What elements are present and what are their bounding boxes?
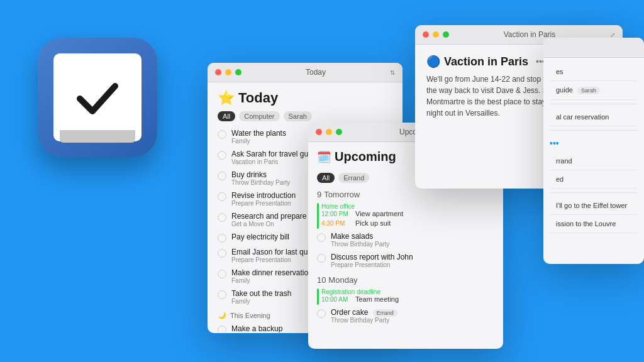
event-name: Team meeting	[355, 295, 399, 303]
task-checkbox[interactable]	[317, 309, 326, 318]
upcoming-filter-all[interactable]: All	[317, 173, 335, 183]
task-name: Water the plants	[231, 129, 286, 138]
event-bar-9	[317, 203, 319, 229]
task-checkbox[interactable]	[317, 233, 326, 242]
day-header-9: 9 Tomorrow	[317, 189, 494, 199]
paris-expand-icon[interactable]: ⤢	[610, 31, 615, 38]
view-apartment-event: 12:00 PM View apartment	[321, 210, 403, 217]
upcoming-close-button[interactable]	[316, 129, 322, 135]
task-name: Discuss report with John	[331, 253, 413, 261]
pick-up-suit-event: 4:30 PM Pick up suit	[321, 219, 403, 227]
checkmark-icon	[72, 72, 123, 123]
paris-icon: 🔵	[426, 55, 440, 69]
event-name: Pick up suit	[355, 219, 391, 227]
task-name: Order cake Errand	[331, 308, 397, 317]
paris-minimize-button[interactable]	[433, 31, 439, 38]
task-row: Make salads Throw Birthday Party	[317, 232, 494, 248]
upcoming-minimize-button[interactable]	[326, 129, 332, 135]
task-name: Ask Sarah for travel guide	[231, 150, 318, 158]
task-checkbox[interactable]	[218, 326, 226, 332]
task-checkbox[interactable]	[218, 213, 226, 222]
home-office-event: Home office	[321, 203, 403, 210]
day-section-10: 10 Monday Registration deadline 10:00 AM…	[317, 275, 494, 324]
partial-item: I'll go to the Eiffel tower	[550, 197, 638, 215]
upcoming-calendar-icon: 🗓️	[317, 150, 331, 164]
event-time: 12:00 PM	[321, 211, 353, 217]
task-sub: Family	[231, 277, 313, 284]
task-sub: Family	[231, 138, 286, 145]
event-time: 10:00 AM	[321, 296, 353, 303]
partial-item: ission to the Louvre	[550, 215, 638, 233]
close-button[interactable]	[215, 69, 221, 75]
task-name: Make salads	[331, 232, 389, 241]
partial-item: guide Sarah	[550, 81, 638, 100]
task-checkbox[interactable]	[218, 270, 226, 278]
task-name: Pay electricity bill	[231, 233, 289, 241]
partial-more-btn[interactable]: •••	[550, 134, 638, 152]
task-checkbox[interactable]	[218, 130, 226, 139]
task-checkbox[interactable]	[218, 249, 226, 258]
today-titlebar: Today ⇅	[208, 63, 402, 82]
task-sub: Throw Birthday Party	[331, 317, 397, 324]
sarah-tag: Sarah	[577, 87, 600, 94]
registration-event: Registration deadline	[321, 288, 399, 295]
team-meeting-event: 10:00 AM Team meeting	[321, 295, 399, 303]
partial-titlebar	[543, 38, 644, 58]
task-sub: Throw Birthday Party	[331, 241, 389, 248]
task-row: Discuss report with John Prepare Present…	[317, 253, 494, 268]
upcoming-fullscreen-button[interactable]	[336, 129, 342, 135]
day-section-9: 9 Tomorrow Home office 12:00 PM View apa…	[317, 189, 494, 268]
task-checkbox[interactable]	[218, 192, 226, 201]
partial-item: rrand	[550, 152, 638, 170]
partial-right-panel: es guide Sarah al car reservation ••• rr…	[543, 38, 644, 264]
task-name: Make a backup	[231, 324, 282, 332]
task-sub: Throw Birthday Party	[231, 179, 290, 186]
fullscreen-button[interactable]	[235, 69, 242, 75]
task-checkbox[interactable]	[218, 290, 226, 299]
task-checkbox[interactable]	[218, 151, 226, 160]
event-name: View apartment	[355, 210, 403, 217]
app-icon-inner	[53, 53, 142, 141]
task-checkbox[interactable]	[218, 172, 226, 180]
day-header-10: 10 Monday	[317, 275, 494, 285]
partial-item: ed	[550, 170, 638, 189]
divider	[550, 130, 638, 131]
minimize-button[interactable]	[225, 69, 231, 75]
upcoming-heading: 🗓️ Upcoming	[317, 150, 396, 164]
divider	[550, 104, 638, 104]
filter-computer[interactable]: Computer	[239, 111, 279, 121]
partial-item: al car reservation	[550, 108, 638, 126]
partial-item: es	[550, 63, 638, 81]
errand-tag: Errand	[373, 309, 397, 317]
event-bar-10	[317, 288, 319, 305]
task-sub: Vacation in Paris	[231, 158, 318, 165]
app-icon	[38, 38, 157, 157]
task-checkbox[interactable]	[218, 234, 226, 243]
today-heading: ⭐ Today	[218, 90, 392, 106]
task-name: Make dinner reservation	[231, 268, 313, 277]
today-sort-icon[interactable]: ⇅	[390, 69, 395, 76]
task-sub: Prepare Presentation	[231, 200, 296, 207]
today-filter-bar: All Computer Sarah	[218, 111, 392, 121]
filter-all[interactable]: All	[218, 111, 235, 121]
task-sub: Family	[231, 298, 291, 305]
paris-fullscreen-button[interactable]	[443, 31, 449, 38]
today-window-title: Today	[245, 68, 386, 77]
task-sub: Prepare Presentation	[331, 261, 413, 268]
timed-events-10: Registration deadline 10:00 AM Team meet…	[317, 288, 494, 305]
task-name: Revise introduction	[231, 191, 296, 200]
moon-icon: 🌙	[218, 311, 226, 319]
task-name: Take out the trash	[231, 289, 291, 298]
event-time: 4:30 PM	[321, 220, 353, 227]
upcoming-filter-errand[interactable]: Errand	[338, 173, 369, 183]
task-row: Order cake Errand Throw Birthday Party	[317, 308, 494, 324]
app-icon-container	[38, 38, 157, 157]
task-name: Email Jason for last quarte	[231, 248, 321, 256]
task-name: Buy drinks	[231, 170, 290, 179]
paris-close-button[interactable]	[423, 31, 429, 38]
filter-sarah[interactable]: Sarah	[284, 111, 312, 121]
today-star-icon: ⭐	[218, 90, 235, 106]
timed-events-9: Home office 12:00 PM View apartment 4:30…	[317, 203, 494, 229]
task-sub: Prepare Presentation	[231, 256, 321, 263]
task-checkbox[interactable]	[317, 254, 326, 263]
